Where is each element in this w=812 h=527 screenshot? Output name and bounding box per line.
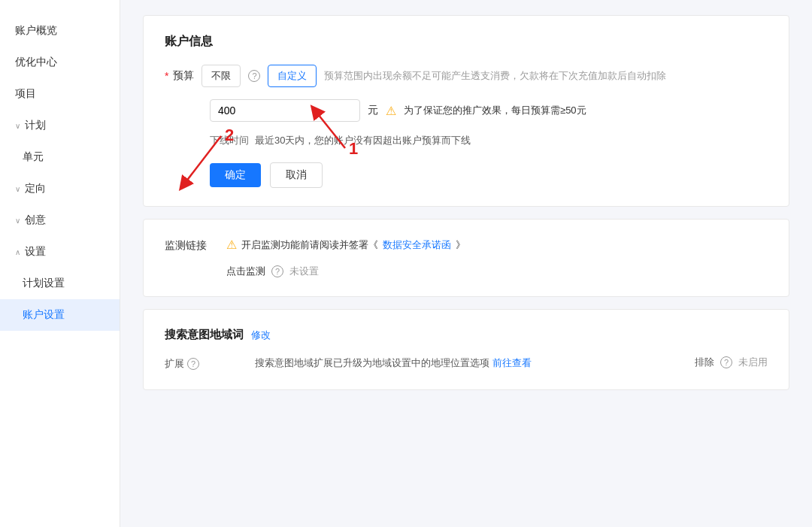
exclude-question-icon[interactable]: ? [720,356,732,368]
budget-input-row: 元 ⚠ 为了保证您的推广效果，每日预算需≥50元 [210,99,768,122]
sidebar-item-label: 创意 [25,214,46,227]
expand-label: 扩展 [165,357,184,371]
goto-link[interactable]: 前往查看 [492,357,532,368]
custom-button[interactable]: 自定义 [268,65,317,87]
sidebar-item-optimize-center[interactable]: 优化中心 [0,47,120,78]
sidebar-item-label: 单元 [23,150,44,164]
search-section-card: 搜索意图地域词 修改 扩展 ? 搜索意图地域扩展已升级为地域设置中的地理位置选项… [143,309,789,390]
warning-text-end: 》 [456,238,465,252]
click-monitor-row: 点击监测 ? 未设置 [226,265,768,278]
sidebar-item-label: 项目 [15,87,36,101]
exclude-label: 排除 [695,356,714,369]
monitor-label: 监测链接 [165,238,217,253]
monitor-row: 监测链接 ⚠ 开启监测功能前请阅读并签署《 数据安全承诺函 》 [165,238,768,253]
confirm-button[interactable]: 确定 [210,163,261,187]
not-set-label: 未设置 [289,265,319,278]
sidebar-item-creative[interactable]: ∨ 创意 [0,204,120,236]
expand-content: 搜索意图地域扩展已升级为地域设置中的地理位置选项 前往查看 [255,356,665,371]
not-enabled-label: 未启用 [738,356,768,369]
account-info-title: 账户信息 [165,34,768,50]
warning-text: 开启监测功能前请阅读并签署《 [241,238,378,252]
modify-link[interactable]: 修改 [251,329,271,342]
budget-hint-text: 预算范围内出现余额不足可能产生透支消费，欠款将在下次充值加款后自动扣除 [324,69,666,83]
monitor-warning: ⚠ 开启监测功能前请阅读并签署《 数据安全承诺函 》 [226,238,465,252]
search-row: 扩展 ? 搜索意图地域扩展已升级为地域设置中的地理位置选项 前往查看 排除 ? … [165,356,768,371]
sidebar-item-label: 计划 [25,119,46,132]
click-monitor-label: 点击监测 [226,265,265,278]
account-info-card: 账户信息 * 预算 不限 ? 自定义 预算范围内出现余额不足可能产生透支消费，欠… [143,15,789,207]
expand-question-icon[interactable]: ? [187,358,199,370]
expand-label-col: 扩展 ? [165,356,225,371]
sidebar: 账户概览 优化中心 项目 ∨ 计划 单元 ∨ 定向 ∨ 创意 ∧ 设置 计划设置… [0,0,120,527]
sidebar-item-label: 账户设置 [23,308,65,322]
input-hint: 为了保证您的推广效果，每日预算需≥50元 [404,104,586,117]
main-content: 账户信息 * 预算 不限 ? 自定义 预算范围内出现余额不足可能产生透支消费，欠… [120,0,812,527]
warn-triangle-icon: ⚠ [226,238,237,252]
expand-desc: 搜索意图地域扩展已升级为地域设置中的地理位置选项 [255,357,489,368]
chevron-down-icon: ∨ [15,122,20,130]
yuan-label: 元 [368,104,378,117]
exclude-col: 排除 ? 未启用 [695,356,768,369]
offline-label: 下线时间 [210,134,249,147]
unlimit-button[interactable]: 不限 [201,65,241,87]
chevron-down-icon: ∨ [15,185,20,193]
cancel-button[interactable]: 取消 [270,162,323,188]
search-title: 搜索意图地域词 [165,328,244,342]
sidebar-item-unit[interactable]: 单元 [0,141,120,173]
sidebar-item-project[interactable]: 项目 [0,78,120,110]
action-section: 确定 取消 2 [165,162,768,188]
offline-row: 下线时间 最近30天内，您的账户没有因超出账户预算而下线 [210,134,768,147]
sidebar-item-label: 定向 [25,182,46,195]
sidebar-item-plan[interactable]: ∨ 计划 [0,110,120,141]
chevron-down-icon: ∨ [15,217,20,225]
monitoring-card: 监测链接 ⚠ 开启监测功能前请阅读并签署《 数据安全承诺函 》 点击监测 ? 未… [143,219,789,297]
budget-input[interactable] [210,99,360,122]
sidebar-item-targeting[interactable]: ∨ 定向 [0,173,120,204]
sidebar-item-account-overview[interactable]: 账户概览 [0,15,120,47]
question-icon[interactable]: ? [248,70,260,82]
sidebar-item-account-settings[interactable]: 账户设置 [0,299,120,331]
offline-text: 最近30天内，您的账户没有因超出账户预算而下线 [255,134,471,147]
chevron-up-icon: ∧ [15,248,20,256]
sidebar-item-label: 账户概览 [15,24,57,38]
data-security-link[interactable]: 数据安全承诺函 [383,238,451,252]
monitor-question-icon[interactable]: ? [271,265,283,277]
budget-row: * 预算 不限 ? 自定义 预算范围内出现余额不足可能产生透支消费，欠款将在下次… [165,65,768,87]
sidebar-item-label: 优化中心 [15,56,57,69]
warning-icon: ⚠ [386,104,396,118]
sidebar-item-label: 计划设置 [23,277,65,290]
budget-label: * 预算 [165,69,194,83]
search-section-title-row: 搜索意图地域词 修改 [165,328,768,342]
sidebar-item-settings[interactable]: ∧ 设置 [0,236,120,268]
sidebar-item-label: 设置 [25,245,46,259]
action-buttons-row: 确定 取消 [210,162,768,188]
required-star: * [165,70,168,82]
sidebar-item-plan-settings[interactable]: 计划设置 [0,268,120,299]
budget-input-section: 元 ⚠ 为了保证您的推广效果，每日预算需≥50元 1 [165,99,768,122]
